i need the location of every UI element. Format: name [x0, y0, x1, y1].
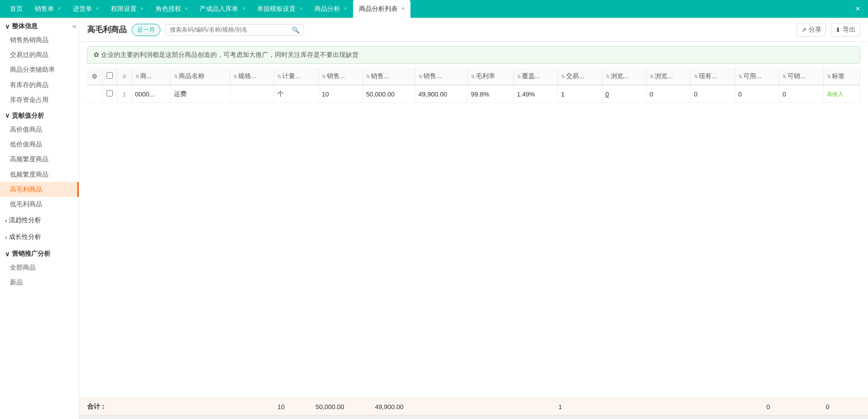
table-row: 1 0000... 运费 个 10 50,000.00 49,900.00 99…	[87, 85, 860, 103]
sidebar-item-traded[interactable]: 交易过的商品	[0, 47, 79, 62]
sidebar-item-sales-top[interactable]: 销售热销商品	[0, 33, 79, 47]
col-settings[interactable]: ⚙	[87, 68, 102, 85]
close-permissions[interactable]: ×	[141, 0, 144, 18]
row-checkbox[interactable]	[102, 85, 117, 103]
close-product-entry[interactable]: ×	[242, 0, 245, 18]
select-all-checkbox[interactable]	[106, 72, 113, 79]
col-browse2[interactable]: ⇅浏览...	[646, 68, 690, 85]
row-current-stock: 0	[691, 85, 735, 103]
filter-recent-month-button[interactable]: 近一月	[132, 24, 160, 36]
bottom-scrollbar[interactable]	[79, 415, 868, 419]
table-header-row: ⚙ # ⇅商... ⇅商品名称 ⇅规格... ⇅计量... ⇅销售... ⇅销售…	[87, 68, 860, 85]
chevron-right-icon2: ›	[5, 233, 7, 241]
sidebar-item-high-freq[interactable]: 高频繁度商品	[0, 152, 79, 167]
export-icon: ⬇	[835, 26, 841, 34]
sidebar-item-low-value[interactable]: 低价值商品	[0, 137, 79, 152]
close-template-settings[interactable]: ×	[300, 0, 303, 18]
row-sales-cost: 49,900.00	[415, 85, 468, 103]
table-footer: 合计： 10 50,000.00 49,900.00 1 0 0	[79, 398, 868, 415]
content-area: 高毛利商品 近一月 🔍 ↗ 分享 ⬇ 导出 ✿ 企业的主要的利润都是这部分商品创…	[79, 18, 868, 419]
row-browse2: 0	[646, 85, 690, 103]
row-number: 1	[117, 85, 132, 103]
header-actions: ↗ 分享 ⬇ 导出	[797, 23, 860, 37]
col-number: #	[117, 68, 132, 85]
col-transaction[interactable]: ⇅交易...	[558, 68, 602, 85]
sidebar-collapse-button[interactable]: «	[72, 22, 77, 31]
sidebar-item-high-value[interactable]: 高价值商品	[0, 122, 79, 137]
nav-sales-order[interactable]: 销售单 ×	[29, 0, 67, 18]
nav-permissions[interactable]: 权限设置 ×	[105, 0, 150, 18]
sidebar-item-low-freq[interactable]: 低频繁度商品	[0, 167, 79, 182]
row-spec	[230, 85, 274, 103]
footer-sales-cost: 49,900.00	[364, 403, 404, 411]
sidebar-item-stock-capital[interactable]: 库存资金占用	[0, 93, 79, 107]
nav-product-analysis[interactable]: 商品分析 ×	[308, 0, 353, 18]
footer-transaction: 1	[522, 403, 562, 411]
row-coverage: 1.49%	[513, 85, 558, 103]
chevron-down-icon2: ∨	[5, 112, 10, 119]
nav-template-settings[interactable]: 单据模板设置 ×	[251, 0, 308, 18]
nav-product-analysis-list[interactable]: 商品分析列表 ×	[353, 0, 410, 18]
sidebar-item-all-products[interactable]: 全部商品	[0, 260, 79, 275]
sidebar-group-overall[interactable]: ∨ 整体信息	[0, 18, 79, 33]
product-table: ⚙ # ⇅商... ⇅商品名称 ⇅规格... ⇅计量... ⇅销售... ⇅销售…	[87, 68, 860, 103]
col-saleable[interactable]: ⇅可销...	[779, 68, 823, 85]
footer-sales-amount: 50,000.00	[305, 403, 344, 411]
col-sales-amount[interactable]: ⇅销售...	[363, 68, 415, 85]
nav-purchase-order[interactable]: 进货单 ×	[67, 0, 105, 18]
share-button[interactable]: ↗ 分享	[797, 23, 826, 37]
close-product-analysis-list[interactable]: ×	[402, 0, 405, 18]
search-input[interactable]	[170, 26, 289, 33]
col-code[interactable]: ⇅商...	[132, 68, 171, 85]
sidebar: « ∨ 整体信息 销售热销商品 交易过的商品 商品分类辅助率 有库存的商品 库存…	[0, 18, 79, 419]
row-browse1[interactable]: 0	[602, 85, 646, 103]
col-sales-cost[interactable]: ⇅销售...	[415, 68, 468, 85]
col-tag[interactable]: ⇅标签	[823, 68, 860, 85]
info-bar: ✿ 企业的主要的利润都是这部分商品创造的，可考虑加大推广，同时关注库存是不要出现…	[87, 46, 860, 64]
col-sales-qty[interactable]: ⇅销售...	[318, 68, 362, 85]
nav-home[interactable]: 首页	[4, 0, 29, 18]
footer-saleable: 0	[790, 403, 829, 411]
col-name[interactable]: ⇅商品名称	[171, 68, 230, 85]
top-nav: 首页 销售单 × 进货单 × 权限设置 × 角色授权 × 产成品入库单 × 单据…	[0, 0, 868, 18]
window-close-button[interactable]: ×	[852, 4, 864, 13]
col-spec[interactable]: ⇅规格...	[230, 68, 274, 85]
col-gross-margin[interactable]: ⇅毛利率	[467, 68, 513, 85]
search-icon[interactable]: 🔍	[292, 26, 300, 34]
sidebar-item-low-margin[interactable]: 低毛利商品	[0, 197, 79, 212]
nav-role-permissions[interactable]: 角色授权 ×	[150, 0, 194, 18]
sidebar-item-analysis-assist[interactable]: 商品分类辅助率	[0, 62, 79, 77]
nav-product-entry[interactable]: 产成品入库单 ×	[194, 0, 251, 18]
col-current-stock[interactable]: ⇅现有...	[691, 68, 735, 85]
col-available[interactable]: ⇅可用...	[735, 68, 779, 85]
table-wrapper[interactable]: ⚙ # ⇅商... ⇅商品名称 ⇅规格... ⇅计量... ⇅销售... ⇅销售…	[79, 68, 868, 398]
main-layout: « ∨ 整体信息 销售热销商品 交易过的商品 商品分类辅助率 有库存的商品 库存…	[0, 18, 868, 419]
close-purchase-order[interactable]: ×	[96, 0, 99, 18]
close-sales-order[interactable]: ×	[58, 0, 61, 18]
sidebar-item-has-stock[interactable]: 有库存的商品	[0, 78, 79, 93]
content-header: 高毛利商品 近一月 🔍 ↗ 分享 ⬇ 导出	[79, 18, 868, 42]
sidebar-item-high-margin[interactable]: 高毛利商品	[0, 182, 79, 197]
footer-label: 合计：	[87, 402, 106, 411]
row-tag: 高收入	[823, 85, 860, 103]
export-button[interactable]: ⬇ 导出	[831, 23, 860, 37]
close-product-analysis[interactable]: ×	[344, 0, 347, 18]
sidebar-group-wealth[interactable]: ∨ 贡献值分析	[0, 107, 79, 122]
sidebar-group-marketing[interactable]: ∨ 营销推广分析	[0, 245, 79, 260]
footer-sales-qty: 10	[245, 403, 285, 411]
close-role-permissions[interactable]: ×	[185, 0, 188, 18]
col-unit[interactable]: ⇅计量...	[274, 68, 318, 85]
col-browse1[interactable]: ⇅浏览...	[602, 68, 646, 85]
footer-available: 0	[730, 403, 770, 411]
col-coverage[interactable]: ⇅覆盖...	[513, 68, 558, 85]
search-box: 🔍	[165, 24, 304, 36]
sidebar-item-new-products[interactable]: 新品	[0, 275, 79, 290]
row-settings	[87, 85, 102, 103]
row-gross-margin: 99.8%	[467, 85, 513, 103]
chevron-down-icon3: ∨	[5, 250, 10, 258]
row-sales-amount: 50,000.00	[363, 85, 415, 103]
sidebar-group-trend[interactable]: › 流趋性分析	[0, 212, 79, 229]
row-saleable: 0	[779, 85, 823, 103]
sidebar-group-growth[interactable]: › 成长性分析	[0, 229, 79, 245]
row-available: 0	[735, 85, 779, 103]
